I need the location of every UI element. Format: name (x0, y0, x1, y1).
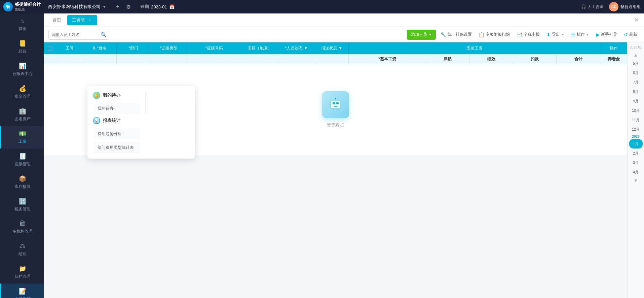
add-person-button[interactable]: 添加人员 ▼ (407, 30, 436, 40)
ops-chevron-icon: ▼ (586, 33, 589, 36)
th-name: ⇅ *姓名 (83, 43, 117, 54)
toolbar: 🔍 添加人员 ▼ 🔧 统一社保设置 📋 专项附加扣除 📑 个税申报 (44, 27, 644, 42)
company-name: 西安虾米网络科技有限公司 (48, 4, 101, 10)
sidebar-item-assets[interactable]: 🏢 固定资产 (0, 103, 44, 126)
popup-item-dept-expense[interactable]: 部门费用类型统计表 (94, 142, 140, 153)
th2-subsidy: 津贴 (426, 54, 469, 64)
month-item-4[interactable]: 4月 (629, 167, 643, 177)
sidebar-item-xiaochang[interactable]: 📝 小畅报销 ◀ (0, 284, 44, 298)
select-all-checkbox[interactable] (48, 46, 52, 51)
sidebar-item-archive[interactable]: 📁 归档管理 (0, 261, 44, 284)
export-icon: ⬇ (546, 32, 551, 37)
month-item-5[interactable]: 5月 (629, 59, 643, 68)
toolbar-right: 添加人员 ▼ 🔧 统一社保设置 📋 专项附加扣除 📑 个税申报 ⬇ (407, 30, 639, 40)
tab-payroll-label: 工资表 (72, 17, 85, 23)
settings-icon[interactable]: ⚙ (124, 2, 133, 11)
social-security-action[interactable]: 🔧 统一社保设置 (439, 30, 474, 40)
operations-icon: ☰ (571, 32, 575, 37)
special-deduct-action[interactable]: 📋 专项附加扣除 (477, 30, 512, 40)
month-item-8[interactable]: 8月 (629, 87, 643, 96)
sidebar-item-reports[interactable]: 📊 云报表中心 (0, 58, 44, 81)
sidebar-item-invoice[interactable]: 🧾 发票管理 (0, 148, 44, 171)
tab-payroll[interactable]: 工资表 × (67, 15, 97, 25)
sidebar-item-home[interactable]: ⌂ 首页 (0, 13, 44, 36)
th-id-num: *证据号码 (187, 43, 241, 54)
popup-reports-title: 报表统计 (103, 118, 120, 124)
xiaochang-icon: 📝 (19, 288, 26, 295)
assets-icon: 🏢 (19, 107, 26, 115)
month-item-11[interactable]: 11月 (629, 115, 643, 125)
close-all-button[interactable]: ✕ (633, 15, 640, 25)
refresh-label: 刷新 (629, 32, 637, 37)
special-deduct-label: 专项附加扣除 (486, 32, 510, 37)
sidebar-item-settlement[interactable]: ⚖ 结账 (0, 238, 44, 261)
th2-report (315, 54, 349, 64)
archive-icon: 📁 (19, 265, 26, 272)
inventory-icon: 📦 (19, 175, 26, 183)
header-right: 🎧 人工咨询 CE 畅捷通组组 (581, 2, 641, 11)
reports-section-icon: 📊 (93, 117, 100, 124)
ledger-icon: 📒 (19, 40, 26, 47)
reports-icon: 📊 (19, 62, 26, 70)
tab-bar: 首页 工资表 × ✕ (44, 13, 644, 27)
tax-declare-action[interactable]: 📑 个税申报 (515, 30, 542, 40)
social-security-label: 统一社保设置 (448, 32, 472, 37)
period-info: 账期 2023-01 📅 (136, 0, 179, 13)
month-nav-down-button[interactable]: ▼ (631, 177, 641, 184)
month-item-12[interactable]: 12月 (629, 125, 643, 134)
popup-item-expense-trend[interactable]: 费用趋势分析 (94, 128, 140, 139)
month-item-10[interactable]: 10月 (629, 106, 643, 115)
customer-service-btn[interactable]: 🎧 人工咨询 (581, 4, 604, 10)
add-button[interactable]: + (113, 2, 122, 11)
user-initials: CE (611, 5, 616, 9)
sidebar-item-multiorg[interactable]: 🏛 多机构管理 (0, 216, 44, 238)
th-nation: 国籍（地区） (241, 43, 278, 54)
month-nav-up-button[interactable]: ▲ (631, 51, 641, 59)
sidebar-label-multiorg: 多机构管理 (12, 229, 33, 234)
th2-dept (117, 54, 150, 64)
month-item-2[interactable]: 2月 (629, 148, 643, 158)
guide-action[interactable]: ▶ 新手引导 (594, 30, 619, 40)
sidebar-label-tax: 税务管理 (14, 206, 31, 212)
company-selector[interactable]: 西安虾米网络科技有限公司 ▼ (44, 0, 110, 13)
user-info[interactable]: CE 畅捷通组组 (609, 2, 641, 11)
month-item-6[interactable]: 6月 (629, 68, 643, 77)
logo-area: 畅 畅捷通好会计 旗舰版 (3, 2, 44, 12)
year-label-2023: 2023 (632, 135, 639, 138)
th-checkbox (44, 43, 56, 54)
popup-section-reports: 📊 报表统计 费用趋势分析 部门费用类型统计表 (93, 117, 140, 153)
refresh-icon: ↺ (624, 32, 628, 37)
popup-item-my-todo[interactable]: 我的待办 (94, 103, 140, 114)
guide-toolbar-icon: ▶ (596, 32, 600, 37)
th-status: *人员状态 ▼ (278, 43, 315, 54)
sidebar-item-funds[interactable]: 💰 资金管理 (0, 81, 44, 103)
content-area: 首页 工资表 × ✕ 🔍 添加人员 ▼ 🔧 统一社保设置 (44, 13, 644, 298)
export-action[interactable]: ⬇ 导出 ▼ (544, 30, 566, 40)
logo-icon: 畅 (3, 2, 13, 11)
sidebar-item-salary[interactable]: 💵 工资 (0, 126, 44, 148)
tab-close-payroll[interactable]: × (87, 18, 92, 23)
operations-action[interactable]: ☰ 操作 ▼ (569, 30, 591, 40)
tab-home[interactable]: 首页 (48, 15, 66, 25)
calendar-icon[interactable]: 📅 (169, 4, 175, 9)
month-item-7[interactable]: 7月 (629, 77, 643, 87)
search-input[interactable] (51, 32, 99, 37)
sidebar-item-ledger[interactable]: 📒 总账 (0, 36, 44, 58)
search-icon[interactable]: 🔍 (101, 32, 106, 37)
sidebar-item-inventory[interactable]: 📦 库存核算 (0, 171, 44, 194)
logo-text-block: 畅捷通好会计 旗舰版 (15, 2, 41, 12)
period-value: 2023-01 (151, 4, 167, 9)
month-item-1-active[interactable]: 1月 (629, 139, 643, 148)
month-item-9[interactable]: 9月 (629, 96, 643, 106)
refresh-action[interactable]: ↺ 刷新 (622, 30, 639, 40)
popup-todo-title: 我的待办 (103, 92, 120, 98)
customer-service-label: 人工咨询 (588, 4, 604, 10)
company-chevron-icon: ▼ (103, 5, 106, 9)
th2-id (56, 54, 83, 64)
sidebar: ⌂ 首页 📒 总账 📊 云报表中心 💰 资金管理 🏢 固定资产 💵 工资 🧾 发… (0, 13, 44, 298)
invoice-icon: 🧾 (19, 153, 26, 160)
dropdown-popup: 🔔 我的待办 我的待办 📊 报表统计 (87, 86, 195, 159)
search-box: 🔍 (48, 30, 109, 40)
month-item-3[interactable]: 3月 (629, 158, 643, 167)
sidebar-item-tax[interactable]: 🔢 税务管理 (0, 194, 44, 216)
